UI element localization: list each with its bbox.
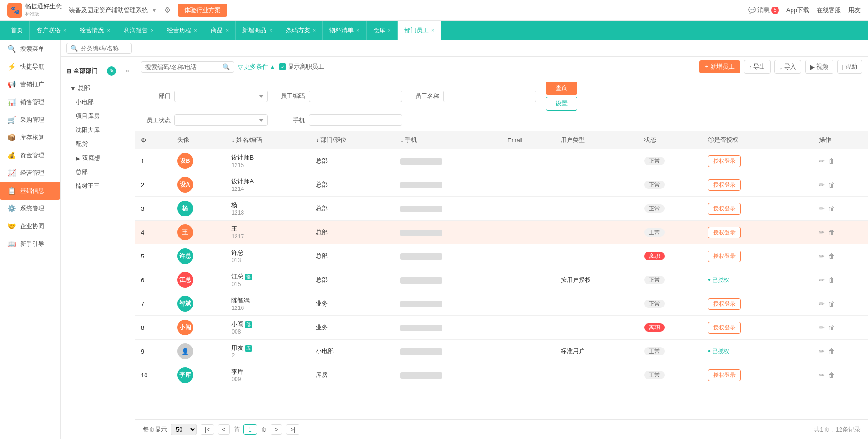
th-dept[interactable]: ↕ 部门/职位 bbox=[310, 131, 395, 149]
th-name[interactable]: ↕ 姓名/编码 bbox=[226, 131, 310, 149]
edit-icon[interactable]: ✏ bbox=[819, 229, 825, 236]
view-button[interactable]: ▶ 视频 bbox=[805, 60, 833, 74]
auth-login-button[interactable]: 授权登录 bbox=[708, 227, 741, 238]
sidebar-item-inventory[interactable]: 📦 库存核算 bbox=[0, 129, 60, 146]
dept-item-shuangtingxiang[interactable]: ▶ 双庭想 bbox=[61, 151, 135, 165]
delete-icon[interactable]: 🗑 bbox=[828, 252, 835, 260]
th-phone[interactable]: ↕ 手机 bbox=[395, 131, 502, 149]
name-badge: 应 bbox=[245, 345, 252, 352]
delete-icon[interactable]: 🗑 bbox=[828, 229, 835, 236]
dept-item-xiaodibu[interactable]: 小电部 bbox=[61, 95, 135, 109]
export-button[interactable]: ↑ 导出 bbox=[744, 60, 771, 74]
sidebar-item-search[interactable]: 🔍 搜索菜单 bbox=[0, 40, 60, 58]
sidebar-item-guide[interactable]: 📖 新手引导 bbox=[0, 235, 60, 253]
emp-status-select[interactable] bbox=[174, 114, 268, 126]
auth-login-button[interactable]: 授权登录 bbox=[708, 251, 741, 262]
message-icon[interactable]: 💬 消息 5 bbox=[748, 6, 779, 14]
nav-item-profit[interactable]: 利润报告 × bbox=[117, 21, 160, 40]
edit-icon[interactable]: ✏ bbox=[819, 300, 825, 307]
dept-item-nanshuwang[interactable]: 楠树王三 bbox=[61, 179, 135, 193]
nav-item-history[interactable]: 经营历程 × bbox=[160, 21, 204, 40]
nav-item-warehouse[interactable]: 仓库 × bbox=[367, 21, 398, 40]
dept-item-shenyang[interactable]: 沈阳大库 bbox=[61, 123, 135, 137]
first-page-btn[interactable]: |< bbox=[201, 424, 214, 435]
edit-circle-icon[interactable]: ✎ bbox=[107, 66, 116, 76]
sidebar-item-purchase[interactable]: 🛒 采购管理 bbox=[0, 111, 60, 129]
edit-icon[interactable]: ✏ bbox=[819, 348, 825, 355]
app-download-link[interactable]: App下载 bbox=[786, 6, 809, 14]
sidebar-item-system[interactable]: ⚙️ 系统管理 bbox=[0, 200, 60, 217]
nav-item-client[interactable]: 客户联络 × bbox=[30, 21, 73, 40]
last-page-btn[interactable]: >| bbox=[286, 424, 299, 435]
prev-page-btn[interactable]: < bbox=[218, 424, 230, 435]
settings-icon[interactable]: ⚙ bbox=[161, 4, 174, 17]
dept-search-input[interactable] bbox=[81, 45, 127, 52]
help-button[interactable]: | 帮助 bbox=[837, 60, 862, 74]
dept-collapse-btn[interactable]: « bbox=[126, 68, 129, 74]
nav-item-bom[interactable]: 物料清单 × bbox=[323, 21, 366, 40]
delete-icon[interactable]: 🗑 bbox=[828, 181, 835, 188]
trial-button[interactable]: 体验行业方案 bbox=[178, 4, 227, 17]
query-button[interactable]: 查询 bbox=[546, 82, 577, 95]
dept-item-peihuo[interactable]: 配货 bbox=[61, 137, 135, 151]
edit-icon[interactable]: ✏ bbox=[819, 205, 825, 212]
edit-icon[interactable]: ✏ bbox=[819, 324, 825, 331]
quicknav-icon: ⚡ bbox=[7, 63, 16, 71]
auth-login-button[interactable]: 授权登录 bbox=[708, 179, 741, 191]
auth-login-button[interactable]: 授权登录 bbox=[708, 369, 741, 381]
delete-icon[interactable]: 🗑 bbox=[828, 324, 835, 331]
nav-item-home[interactable]: 首页 bbox=[4, 21, 30, 40]
next-page-btn[interactable]: > bbox=[271, 424, 283, 435]
dept-edit-icon[interactable]: ✎ bbox=[101, 63, 122, 78]
delete-icon[interactable]: 🗑 bbox=[828, 205, 835, 212]
sidebar-item-basic[interactable]: 📋 基础信息 bbox=[0, 182, 60, 200]
delete-icon[interactable]: 🗑 bbox=[828, 276, 835, 284]
sidebar-item-operation[interactable]: 📈 经营管理 bbox=[0, 164, 60, 182]
more-filter-btn[interactable]: ▽ 更多条件 ▲ bbox=[238, 63, 276, 71]
dept-search-box[interactable]: 🔍 bbox=[66, 43, 132, 54]
edit-icon[interactable]: ✏ bbox=[819, 371, 825, 379]
auth-login-button[interactable]: 授权登录 bbox=[708, 322, 741, 334]
emp-name-input[interactable] bbox=[443, 91, 536, 102]
edit-icon[interactable]: ✏ bbox=[819, 181, 825, 188]
phone-input[interactable] bbox=[309, 114, 402, 126]
nav-item-business[interactable]: 经营情况 × bbox=[73, 21, 117, 40]
emp-code-input[interactable] bbox=[309, 91, 402, 102]
edit-icon[interactable]: ✏ bbox=[819, 252, 825, 260]
show-resigned-toggle[interactable]: ✓ 显示离职员工 bbox=[279, 63, 324, 71]
sidebar-item-finance[interactable]: 💰 资金管理 bbox=[0, 146, 60, 164]
search-box[interactable]: 🔍 bbox=[141, 61, 234, 73]
system-dropdown-icon[interactable]: ▼ bbox=[152, 7, 157, 14]
dept-item-zongbu[interactable]: 总部 bbox=[61, 165, 135, 179]
delete-icon[interactable]: 🗑 bbox=[828, 371, 835, 379]
edit-icon[interactable]: ✏ bbox=[819, 157, 825, 165]
edit-icon[interactable]: ✏ bbox=[819, 276, 825, 284]
dept-select[interactable] bbox=[174, 91, 268, 102]
nav-item-goods[interactable]: 商品 × bbox=[204, 21, 236, 40]
sidebar-item-sales[interactable]: 📊 销售管理 bbox=[0, 93, 60, 111]
nav-item-barcode[interactable]: 条码方案 × bbox=[279, 21, 323, 40]
auth-login-button[interactable]: 授权登录 bbox=[708, 155, 741, 167]
nav-item-addgoods[interactable]: 新增商品 × bbox=[236, 21, 279, 40]
sidebar-item-marketing[interactable]: 📢 营销推广 bbox=[0, 76, 60, 93]
dept-item-headquarters[interactable]: ▼ 总部 bbox=[61, 81, 135, 95]
auth-login-button[interactable]: 授权登录 bbox=[708, 298, 741, 310]
show-resigned-checkbox[interactable]: ✓ bbox=[279, 63, 286, 70]
nav-item-dept[interactable]: 部门员工 × bbox=[398, 21, 441, 40]
delete-icon[interactable]: 🗑 bbox=[828, 348, 835, 355]
per-page-select[interactable]: 50 100 bbox=[171, 424, 197, 435]
sidebar-item-quicknav[interactable]: ⚡ 快捷导航 bbox=[0, 58, 60, 76]
th-settings[interactable]: ⚙ bbox=[135, 131, 172, 149]
import-button[interactable]: ↓ 导入 bbox=[774, 60, 801, 74]
search-input[interactable] bbox=[145, 63, 220, 70]
online-service-link[interactable]: 在线客服 bbox=[817, 6, 841, 14]
user-menu[interactable]: 用友 bbox=[848, 6, 861, 14]
sidebar-item-collab[interactable]: 🤝 企业协同 bbox=[0, 217, 60, 235]
auth-login-button[interactable]: 授权登录 bbox=[708, 203, 741, 215]
search-trigger-icon[interactable]: 🔍 bbox=[222, 63, 230, 70]
delete-icon[interactable]: 🗑 bbox=[828, 157, 835, 165]
add-employee-button[interactable]: + 新增员工 bbox=[699, 60, 740, 73]
dept-item-project[interactable]: 项目库房 bbox=[61, 109, 135, 123]
set-button[interactable]: 设置 bbox=[546, 97, 577, 111]
delete-icon[interactable]: 🗑 bbox=[828, 300, 835, 307]
